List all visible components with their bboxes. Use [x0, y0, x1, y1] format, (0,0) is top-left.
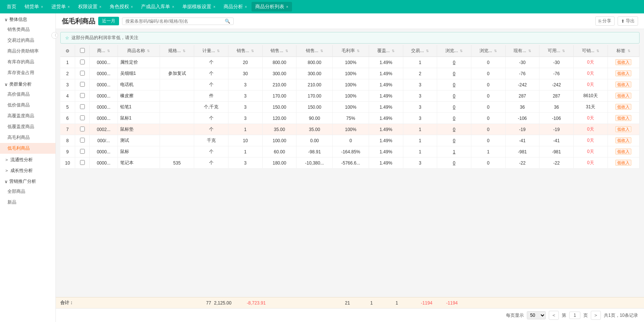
sidebar-group-circulation[interactable]: ＞ 流通性分析: [0, 154, 55, 165]
sidebar-item-low-value[interactable]: 低价值商品: [0, 100, 55, 111]
close-icon[interactable]: ×: [99, 5, 102, 9]
row-spec: [160, 135, 194, 146]
nav-home[interactable]: 首页: [3, 2, 20, 12]
row-gross-rate: 100%: [333, 68, 369, 79]
filter-recent-month-button[interactable]: 近一月: [98, 17, 119, 25]
row-tag: 低收入: [608, 135, 639, 146]
nav-product-analysis-list[interactable]: 商品分析列表 ×: [251, 2, 292, 12]
close-icon[interactable]: ×: [172, 5, 174, 9]
sidebar-item-category-rate[interactable]: 商品分类助销率: [0, 46, 55, 57]
th-tag[interactable]: 标签 ⇅: [608, 45, 639, 57]
search-input[interactable]: [125, 19, 225, 24]
row-checkbox[interactable]: [80, 60, 85, 64]
sidebar-group-cluster[interactable]: ∨ 类群量分析: [0, 78, 55, 89]
sidebar-item-traded-goods[interactable]: 交易过的商品: [0, 35, 55, 46]
row-sale-amt: 120.00: [262, 113, 297, 124]
sidebar-group-growth[interactable]: ＞ 成长性分析: [0, 165, 55, 175]
row-tag: 低收入: [608, 146, 639, 157]
nav-permissions[interactable]: 权限设置 ×: [74, 2, 105, 12]
close-icon[interactable]: ×: [286, 5, 288, 9]
row-gross-rate: 100%: [333, 90, 369, 102]
header-actions: ⎘ 分享 ⬆ 导出: [595, 16, 638, 26]
th-code[interactable]: 商... ⇅: [90, 45, 118, 57]
row-coverage: 1.49%: [369, 135, 403, 146]
th-spec[interactable]: 规格... ⇅: [160, 45, 194, 57]
row-checkbox[interactable]: [80, 82, 85, 87]
th-sale-profit[interactable]: 销售... ⇅: [297, 45, 333, 57]
row-checkbox[interactable]: [80, 104, 85, 109]
th-sale-qty[interactable]: 销售... ⇅: [228, 45, 263, 57]
row-gross-rate: 100%: [333, 57, 369, 68]
close-icon[interactable]: ×: [41, 5, 43, 9]
row-unit: 个,千克: [194, 102, 228, 113]
row-tag: 低收入: [608, 68, 639, 79]
search-icon[interactable]: 🔍: [225, 19, 230, 24]
nav-role-auth[interactable]: 角色授权 ×: [106, 2, 137, 12]
row-code: 0000...: [90, 57, 118, 68]
sidebar-collapse-button[interactable]: 《: [51, 32, 58, 39]
sidebar-item-all-goods[interactable]: 全部商品: [0, 186, 55, 197]
row-no: 6: [60, 113, 75, 124]
nav-product-inbound[interactable]: 产成品入库单 ×: [137, 2, 178, 12]
th-browse2[interactable]: 浏览... ⇅: [471, 45, 506, 57]
th-transaction[interactable]: 交易... ⇅: [403, 45, 437, 57]
select-all-checkbox[interactable]: [80, 48, 85, 53]
th-sale-amt[interactable]: 销售... ⇅: [262, 45, 297, 57]
sidebar-item-new-goods[interactable]: 新品: [0, 197, 55, 208]
sidebar-group-overall[interactable]: ∨ 整体信息: [0, 13, 55, 24]
row-sale-amt: 150.00: [262, 102, 297, 113]
row-checkbox[interactable]: [80, 93, 85, 98]
row-coverage: 1.49%: [369, 79, 403, 90]
th-unit[interactable]: 计量... ⇅: [194, 45, 228, 57]
th-name[interactable]: 商品名称 ⇅: [118, 45, 160, 57]
th-browse1[interactable]: 浏览... ⇅: [437, 45, 471, 57]
sidebar-item-high-margin[interactable]: 高毛利商品: [0, 132, 55, 143]
th-gross-rate[interactable]: 毛利率 ⇅: [333, 45, 369, 57]
search-box: 🔍: [122, 17, 234, 25]
th-coverage[interactable]: 覆盖... ⇅: [369, 45, 403, 57]
sidebar-item-sales-goods[interactable]: 销售类商品: [0, 24, 55, 35]
sidebar-item-inventory-funds[interactable]: 库存资金占用: [0, 67, 55, 78]
page-size-select[interactable]: 50 100 200: [527, 311, 546, 319]
row-unit: 个: [194, 157, 228, 169]
row-sale-profit: 35.00: [297, 124, 333, 135]
sidebar-item-in-stock[interactable]: 有库存的商品: [0, 57, 55, 67]
row-checkbox[interactable]: [80, 138, 85, 143]
sidebar-item-low-coverage[interactable]: 低覆盖度商品: [0, 121, 55, 132]
close-icon[interactable]: ×: [213, 5, 215, 9]
close-icon[interactable]: ×: [68, 5, 70, 9]
nav-purchase-order[interactable]: 进货单 ×: [48, 2, 74, 12]
sidebar-item-high-coverage[interactable]: 高覆盖度商品: [0, 111, 55, 121]
prev-page-button[interactable]: ＜: [549, 311, 559, 320]
sidebar-group-marketing[interactable]: ∨ 营销推广分析: [0, 175, 55, 186]
row-sale-profit: 150.00: [297, 102, 333, 113]
close-icon[interactable]: ×: [245, 5, 247, 9]
row-checkbox[interactable]: [80, 127, 85, 131]
th-checkbox[interactable]: [75, 45, 90, 57]
row-transaction: 1: [403, 57, 437, 68]
close-icon[interactable]: ×: [131, 5, 133, 9]
row-stock: -41: [505, 135, 539, 146]
th-available[interactable]: 可用... ⇅: [539, 45, 574, 57]
row-checkbox[interactable]: [80, 115, 85, 120]
row-available: -76: [539, 68, 574, 79]
th-settings[interactable]: ⚙: [60, 45, 75, 57]
row-stock: -30: [505, 57, 539, 68]
th-stock[interactable]: 现有... ⇅: [505, 45, 539, 57]
next-page-button[interactable]: ＞: [591, 311, 601, 320]
nav-template-settings[interactable]: 单据模板设置 ×: [179, 2, 219, 12]
row-checkbox[interactable]: [80, 71, 85, 76]
table-header-row: ⚙ 商... ⇅ 商品名称 ⇅ 规格... ⇅ 计量... ⇅ 销售... ⇅ …: [60, 45, 640, 57]
export-button[interactable]: ⬆ 导出: [618, 16, 638, 26]
row-transaction: 3: [403, 157, 437, 169]
th-saleable[interactable]: 可销... ⇅: [574, 45, 608, 57]
row-sale-amt: 800.00: [262, 57, 297, 68]
share-button[interactable]: ⎘ 分享: [595, 16, 615, 26]
row-checkbox[interactable]: [80, 149, 85, 154]
nav-product-analysis[interactable]: 商品分析 ×: [220, 2, 251, 12]
nav-sales-order[interactable]: 销货单 ×: [21, 2, 47, 12]
sidebar-item-low-margin[interactable]: 低毛利商品: [0, 143, 55, 154]
row-code: 0000...: [90, 90, 118, 102]
row-checkbox[interactable]: [80, 160, 85, 165]
sidebar-item-high-value[interactable]: 高价值商品: [0, 89, 55, 100]
